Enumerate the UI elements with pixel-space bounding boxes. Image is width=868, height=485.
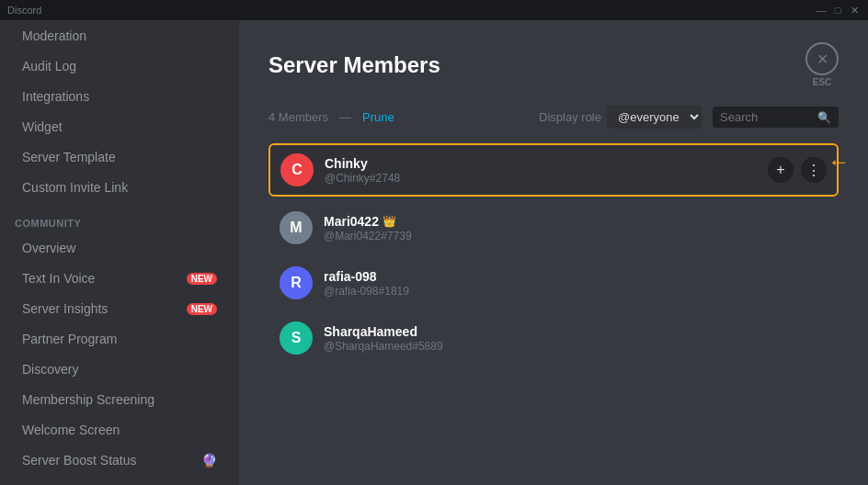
display-role-section: Display role @everyone [539,106,702,129]
member-info-chinky: Chinky @Chinky#2748 [325,156,757,185]
member-avatar-mari0422: M [280,211,313,244]
sidebar-item-overview[interactable]: Overview [7,233,232,263]
sidebar-item-audit-log[interactable]: Audit Log [7,51,232,81]
member-list: C Chinky @Chinky#2748 + ⋮ M Mari0422👑 @M… [268,143,839,364]
member-name-sharqahameed: SharqaHameed [324,324,758,339]
member-name-rafia-098: rafia-098 [324,269,758,284]
member-more-button-sharqahameed[interactable]: ⋮ [802,325,828,351]
member-add-button-sharqahameed[interactable]: + [769,325,794,351]
page-title: Server Members [268,52,440,78]
close-button[interactable]: ✕ [848,4,861,17]
sidebar-item-server-insights[interactable]: Server Insights NEW [7,294,232,323]
member-avatar-chinky: C [280,153,314,186]
sidebar-item-partner-program[interactable]: Partner Program [7,324,232,354]
member-row-chinky[interactable]: C Chinky @Chinky#2748 + ⋮ [268,143,839,197]
member-info-rafia-098: rafia-098 @rafia-098#1819 [324,269,758,298]
member-more-button-mari0422[interactable]: ⋮ [802,215,828,241]
sidebar-item-moderation[interactable]: Moderation [7,21,232,51]
member-tag-rafia-098: @rafia-098#1819 [324,285,758,298]
app-title: Discord [7,5,41,16]
sidebar-item-welcome-screen[interactable]: Welcome Screen [7,415,232,445]
sidebar-item-integrations[interactable]: Integrations [7,82,232,111]
member-name-mari0422: Mari0422👑 [324,214,758,229]
text-in-voice-badge: NEW [187,273,217,285]
server-insights-badge: NEW [187,303,217,315]
member-add-button-rafia-098[interactable]: + [769,270,794,296]
member-tag-mari0422: @Mari0422#7739 [324,230,758,242]
window-controls: — □ ✕ [815,4,861,17]
esc-button[interactable]: ✕ ESC [805,42,839,87]
member-row-mari0422[interactable]: M Mari0422👑 @Mari0422#7739 + ⋮ [268,202,839,254]
display-role-select[interactable]: @everyone [607,106,702,129]
sidebar-item-widget[interactable]: Widget [7,112,232,141]
boost-icon: 🔮 [201,453,217,468]
community-section-label: COMMUNITY [0,203,239,232]
search-box: 🔍 [713,107,839,128]
member-add-button-chinky[interactable]: + [768,157,794,183]
sidebar-item-server-boost-status[interactable]: Server Boost Status 🔮 [7,446,232,475]
crown-icon-mari0422: 👑 [383,215,396,228]
members-count: 4 Members [268,110,328,124]
minimize-button[interactable]: — [815,4,828,17]
sidebar-item-text-in-voice[interactable]: Text In Voice NEW [7,264,232,293]
esc-label: ESC [813,77,832,87]
search-input[interactable] [720,110,812,124]
display-role-label: Display role [539,110,601,124]
member-info-mari0422: Mari0422👑 @Mari0422#7739 [324,214,758,242]
app-body: Moderation Audit Log Integrations Widget… [0,20,868,485]
prune-link[interactable]: Prune [362,110,394,124]
sidebar-item-server-template[interactable]: Server Template [7,142,232,172]
member-row-rafia-098[interactable]: R rafia-098 @rafia-098#1819 + ⋮ [268,257,839,309]
member-avatar-rafia-098: R [280,266,313,299]
member-row-sharqahameed[interactable]: S SharqaHameed @SharqaHameed#5889 + ⋮ [268,312,839,364]
esc-circle-icon[interactable]: ✕ [805,42,839,75]
member-tag-sharqahameed: @SharqaHameed#5889 [324,340,758,353]
main-content: Server Members ✕ ESC 4 Members — Prune D… [239,20,868,485]
maximize-button[interactable]: □ [831,4,844,17]
sidebar-item-membership-screening[interactable]: Membership Screening [7,385,232,414]
members-toolbar: 4 Members — Prune Display role @everyone… [268,106,839,129]
member-name-chinky: Chinky [325,156,757,171]
arrow-annotation: ← [828,149,850,175]
user-management-section-label: USER MANAGEMENT [0,476,239,485]
search-icon: 🔍 [817,111,831,124]
members-separator: — [339,110,351,124]
member-add-button-mari0422[interactable]: + [769,215,794,241]
titlebar: Discord — □ ✕ [0,0,868,20]
sidebar-item-custom-invite-link[interactable]: Custom Invite Link [7,173,232,202]
member-more-button-rafia-098[interactable]: ⋮ [802,270,828,296]
page-header: Server Members ✕ ESC [268,42,839,87]
member-tag-chinky: @Chinky#2748 [325,172,757,185]
member-avatar-sharqahameed: S [280,321,313,355]
member-more-button-chinky[interactable]: ⋮ [801,157,827,183]
sidebar: Moderation Audit Log Integrations Widget… [0,20,239,485]
sidebar-item-discovery[interactable]: Discovery [7,355,232,384]
member-info-sharqahameed: SharqaHameed @SharqaHameed#5889 [324,324,758,353]
member-actions-chinky: + ⋮ [768,157,827,183]
